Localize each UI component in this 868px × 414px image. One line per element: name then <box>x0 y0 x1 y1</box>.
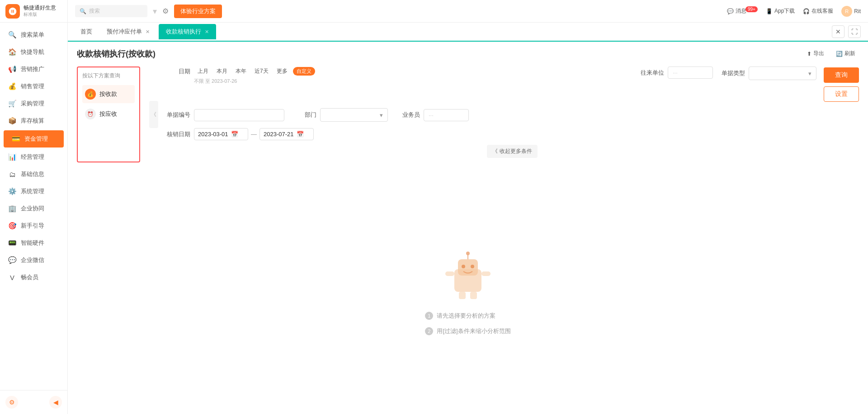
receivable-icon: ⏰ <box>85 109 96 119</box>
svg-point-3 <box>471 265 474 268</box>
filter-option-by-receivable[interactable]: ⏰ 按应收 <box>82 105 135 123</box>
empty-hint-1: 请先选择要分析的方案 <box>437 310 495 322</box>
tab-prepay-close[interactable]: ✕ <box>146 29 150 35</box>
collapse-filter-button[interactable]: 《 <box>149 101 158 128</box>
last-month-btn[interactable]: 上月 <box>195 67 211 76</box>
salesperson-label: 业务员 <box>395 111 420 119</box>
sidebar-item-sales[interactable]: 💰 销售管理 <box>0 78 67 95</box>
avatar: R <box>841 6 852 17</box>
more-dates-btn[interactable]: 更多 <box>274 67 290 76</box>
custom-date-tag[interactable]: 自定义 <box>293 67 315 76</box>
system-icon: ⚙️ <box>8 187 16 195</box>
expand-conditions-button[interactable]: 《 收起更多条件 <box>487 145 538 158</box>
date-label: 日期 <box>165 67 190 76</box>
sidebar-item-quick-nav[interactable]: 🏠 快捷导航 <box>0 43 67 61</box>
counterpart-label: 往来单位 <box>639 69 664 77</box>
this-month-btn[interactable]: 本月 <box>214 67 230 76</box>
dropdown-icon: ▾ <box>153 6 157 16</box>
doc-no-label: 单据编号 <box>165 111 190 119</box>
maximize-button[interactable]: ⛶ <box>848 25 861 38</box>
sidebar-item-system[interactable]: ⚙️ 系统管理 <box>0 183 67 200</box>
sidebar: 畅捷通好生意 标准版 🔍 搜索菜单 🏠 快捷导航 📢 营销推广 💰 销售管理 🛒… <box>0 0 68 414</box>
filter-main: 日期 上月 本月 本年 近7天 更多 自定义 不限 至 2023-07-26 <box>165 67 859 162</box>
chevron-up-icon: 《 <box>492 148 498 155</box>
tab-writeoff[interactable]: 收款核销执行 ✕ <box>159 24 216 39</box>
sidebar-item-finance[interactable]: 💳 资金管理 <box>4 130 64 148</box>
query-button[interactable]: 查询 <box>824 67 859 83</box>
logo-text: 畅捷通好生意 <box>24 5 56 12</box>
this-year-btn[interactable]: 本年 <box>233 67 249 76</box>
search-icon: 🔍 <box>80 8 86 14</box>
empty-illustration <box>441 247 495 301</box>
finance-icon: 💳 <box>12 135 20 143</box>
sidebar-item-inventory[interactable]: 📦 库存核算 <box>0 112 67 129</box>
member-icon: V <box>8 274 16 281</box>
settings-button[interactable]: ⚙ <box>5 396 18 409</box>
sidebar-footer: ⚙ ◀ <box>0 390 67 414</box>
sidebar-item-wechat[interactable]: 💬 企业微信 <box>0 252 67 269</box>
writeoff-date-start-input[interactable]: 2023-03-01 📅 <box>194 128 248 140</box>
collapse-sidebar-button[interactable]: ◀ <box>49 396 62 409</box>
tab-home[interactable]: 首页 <box>75 24 98 39</box>
app-download-button[interactable]: 📱 App下载 <box>766 7 795 15</box>
writeoff-date-end-input[interactable]: 2023-07-21 📅 <box>259 128 314 140</box>
sidebar-item-member[interactable]: V 畅会员 <box>0 269 67 286</box>
wechat-icon: 💬 <box>8 256 16 264</box>
filter-sidebar-title: 按以下方案查询 <box>82 72 135 80</box>
tabs-bar: 首页 预付冲应付单 ✕ 收款核销执行 ✕ ✕ ⛶ <box>68 23 868 42</box>
svg-point-2 <box>462 265 465 268</box>
sidebar-item-operation[interactable]: 📊 经营管理 <box>0 148 67 166</box>
tab-writeoff-close[interactable]: ✕ <box>205 29 209 35</box>
refresh-icon: 🔄 <box>836 51 843 57</box>
sidebar-item-purchase[interactable]: 🛒 采购管理 <box>0 95 67 112</box>
page-title: 收款核销执行(按收款) <box>77 48 156 59</box>
doc-type-select[interactable]: ▾ <box>749 67 816 80</box>
counterpart-input[interactable]: ··· <box>668 67 713 79</box>
department-select[interactable]: ▾ <box>320 108 388 122</box>
marketing-icon: 📢 <box>8 65 16 73</box>
topbar: 🔍 搜索 ▾ ⚙ 体验行业方案 💬 消息 99+ 📱 App下载 🎧 在线客服 <box>68 0 868 23</box>
writeoff-date-label: 核销日期 <box>165 130 190 138</box>
main-content: 🔍 搜索 ▾ ⚙ 体验行业方案 💬 消息 99+ 📱 App下载 🎧 在线客服 <box>68 0 868 414</box>
export-button[interactable]: ⬆ 导出 <box>803 48 828 59</box>
filter-option-by-receipt[interactable]: 💰 按收款 <box>82 85 135 103</box>
sidebar-item-hardware[interactable]: 📟 智能硬件 <box>0 234 67 252</box>
quick-dates: 上月 本月 本年 近7天 更多 自定义 <box>195 67 315 76</box>
sidebar-item-marketing[interactable]: 📢 营销推广 <box>0 61 67 78</box>
tab-prepay[interactable]: 预付冲应付单 ✕ <box>99 24 157 39</box>
sidebar-item-guide[interactable]: 🎯 新手引导 <box>0 217 67 234</box>
empty-hint-2: 用[过滤]条件来缩小分析范围 <box>437 325 510 337</box>
filter-area: 按以下方案查询 💰 按收款 ⏰ 按应收 《 <box>68 59 868 170</box>
online-service-button[interactable]: 🎧 在线客服 <box>803 7 833 15</box>
logo-sub: 标准版 <box>24 11 56 18</box>
search-icon: 🔍 <box>8 31 16 39</box>
svg-rect-7 <box>481 271 491 276</box>
refresh-button[interactable]: 🔄 刷新 <box>832 48 859 59</box>
calendar-end-icon: 📅 <box>297 131 304 138</box>
user-menu[interactable]: R Rit <box>841 6 861 17</box>
salesperson-input[interactable]: ··· <box>424 109 469 121</box>
empty-state: 1 请先选择要分析的方案 2 用[过滤]条件来缩小分析范围 <box>68 170 868 414</box>
date-hint: 不限 至 2023-07-26 <box>194 78 632 85</box>
doc-type-label: 单据类型 <box>720 69 745 77</box>
receipt-icon: 💰 <box>85 89 96 100</box>
phone-icon: 📱 <box>766 8 773 14</box>
sidebar-item-enterprise[interactable]: 🏢 企业协同 <box>0 200 67 217</box>
setting-button[interactable]: 设置 <box>824 86 859 102</box>
solution-button[interactable]: 体验行业方案 <box>174 5 222 18</box>
sidebar-item-basic[interactable]: 🗂 基础信息 <box>0 166 67 183</box>
doc-no-input[interactable] <box>194 109 284 121</box>
messages-button[interactable]: 💬 消息 99+ <box>727 7 758 15</box>
last-7-days-btn[interactable]: 近7天 <box>252 67 271 76</box>
filter-scheme-panel: 按以下方案查询 💰 按收款 ⏰ 按应收 <box>77 67 140 162</box>
sidebar-item-search[interactable]: 🔍 搜索菜单 <box>0 26 67 43</box>
close-tab-button[interactable]: ✕ <box>832 25 844 38</box>
topbar-search[interactable]: 🔍 搜索 <box>75 5 147 17</box>
svg-point-5 <box>466 252 470 255</box>
headset-icon: 🎧 <box>803 8 810 14</box>
sales-icon: 💰 <box>8 82 16 90</box>
gear-icon[interactable]: ⚙ <box>162 7 169 15</box>
svg-rect-8 <box>459 292 466 299</box>
basic-icon: 🗂 <box>8 171 16 178</box>
inventory-icon: 📦 <box>8 117 16 125</box>
